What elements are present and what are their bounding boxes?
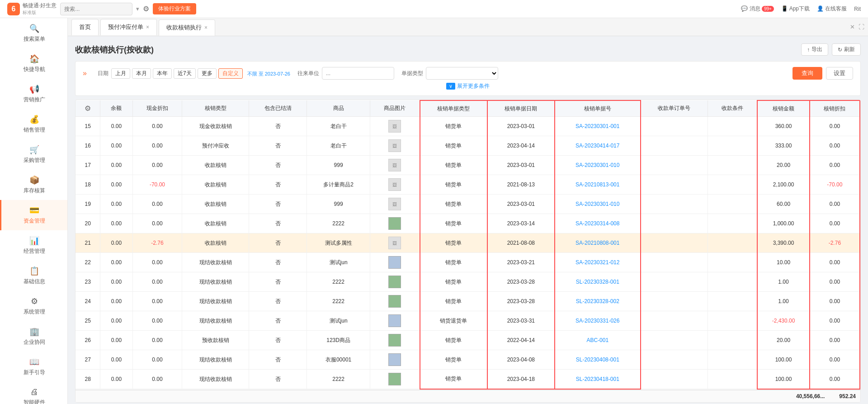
query-button[interactable]: 查询 [793,67,822,80]
cell-goods: 2222 [307,272,370,292]
cell-verify-discount: 0.00 [810,195,860,214]
verify-no-link[interactable]: SA-20230301-010 [576,201,619,207]
sidebar-label-purchase: 采购管理 [24,157,45,164]
cell-goods: 测试jun [307,253,370,272]
filter-expand-arrow[interactable]: » [83,69,87,77]
verify-no-link[interactable]: SA-20230321-012 [576,259,619,266]
sidebar-item-basic[interactable]: 📋基础信息 [0,261,67,291]
search-input[interactable] [60,3,132,15]
date-btn-custom[interactable]: 自定义 [218,68,243,79]
verify-no-link[interactable]: SL-20230418-001 [576,376,619,382]
sidebar-item-business[interactable]: 📊经营管理 [0,230,67,261]
dropdown-icon[interactable]: ▾ [136,5,139,12]
sidebar-item-guide[interactable]: 📖新手引导 [0,352,67,382]
cell-goods: 999 [307,195,370,214]
message-label: 消息 [750,5,760,12]
solution-button[interactable]: 体验行业方案 [153,3,196,14]
cell-cash-discount: 0.00 [132,331,182,350]
verify-no-link[interactable]: SA-20210813-001 [576,181,619,188]
cell-balance: 0.00 [100,272,132,292]
cell-receipt-order-no [641,331,708,350]
sidebar-item-sales[interactable]: 💰销售管理 [0,109,67,139]
app-download-btn[interactable]: 📱 App下载 [781,5,810,13]
cell-receipt-cond [708,136,757,156]
date-btn-7days[interactable]: 近7天 [174,68,196,79]
sidebar-item-finance[interactable]: 💳资金管理 [0,200,67,230]
cell-type: 收款核销 [182,175,249,195]
th-balance: 余额 [100,100,132,117]
cell-included: 否 [249,195,307,214]
refresh-button[interactable]: ↻ 刷新 [832,43,861,56]
verify-no-link[interactable]: SA-20210808-001 [576,240,619,246]
tab-close-prepay[interactable]: × [146,24,149,30]
verify-no-link[interactable]: SA-20230314-008 [576,220,619,227]
cell-verify-no: SA-20230331-026 [555,311,641,331]
sidebar-item-enterprise[interactable]: 🏢企业协同 [0,321,67,352]
sidebar-item-marketing[interactable]: 📢营销推广 [0,79,67,109]
cell-no: 16 [75,136,100,156]
tab-prepay[interactable]: 预付冲应付单× [100,19,157,35]
cell-receipt-order-no [641,311,708,331]
sidebar-item-shortcut[interactable]: 🏠快捷导航 [0,48,67,79]
doc-type-select[interactable] [426,67,498,80]
page-title: 收款核销执行(按收款) [75,44,154,55]
export-button[interactable]: ↑ 导出 [801,43,828,56]
cell-goods: 老白干 [307,117,370,136]
verify-no-link[interactable]: SL-20230408-001 [576,356,619,363]
expand-more-conditions[interactable]: ∨ 展开更多条件 [83,82,853,90]
cell-verify-amount: 360.00 [757,117,809,136]
cell-goods-img: 🖼 [370,233,420,253]
close-icon[interactable]: ✕ [850,24,855,30]
top-bar-left: 6 畅捷通·好生意 标准版 ▾ ⚙ 体验行业方案 [7,2,736,16]
tab-close-receipt[interactable]: × [204,24,208,31]
column-settings-btn[interactable]: ⚙ [85,104,91,113]
date-btn-this-month[interactable]: 本月 [132,68,151,79]
footer-discount-total: 952.24 [839,393,856,399]
sidebar-item-inventory[interactable]: 📦库存核算 [0,170,67,200]
cell-verify-no: SA-20230314-008 [555,214,641,233]
date-btn-this-year[interactable]: 本年 [153,68,172,79]
cell-receipt-cond [708,272,757,292]
cell-verify-date: 2023-03-28 [487,292,555,311]
cell-verify-date: 2023-03-28 [487,272,555,292]
cell-balance: 0.00 [100,175,132,195]
verify-no-link[interactable]: SL-20230328-002 [576,298,619,304]
sidebar-item-system[interactable]: ⚙系统管理 [0,291,67,321]
verify-no-link[interactable]: SA-20230301-010 [576,162,619,168]
cell-receipt-cond [708,331,757,350]
page-header: 收款核销执行(按收款) ↑ 导出 ↻ 刷新 [75,43,861,56]
cell-receipt-order-no [641,175,708,195]
online-service-btn[interactable]: 👤 在线客服 [817,5,847,13]
filter-settings-button[interactable]: 设置 [826,67,853,80]
verify-no-link[interactable]: SA-20230301-001 [576,123,619,129]
th-included: 包含已结清 [249,100,307,117]
date-buttons: 上月 本月 本年 近7天 更多 自定义 [111,68,243,79]
cell-goods-img [370,331,420,350]
cell-receipt-cond [708,292,757,311]
verify-no-link[interactable]: SA-20230414-017 [576,143,619,149]
tab-receipt[interactable]: 收款核销执行× [159,19,215,36]
verify-no-link[interactable]: ABC-001 [586,337,609,343]
cell-goods-img [370,272,420,292]
user-name: Rit [854,6,861,12]
verify-no-link[interactable]: SL-20230328-001 [576,279,619,285]
sidebar-item-search[interactable]: 🔍搜索菜单 [0,18,67,48]
cell-included: 否 [249,175,307,195]
message-btn[interactable]: 💬 消息 99+ [741,5,774,13]
expand-icon[interactable]: ⛶ [859,24,864,30]
sidebar-item-hardware[interactable]: 🖨智能硬件 [0,382,67,404]
cell-goods-img: 🖼 [370,117,420,136]
sidebar-item-purchase[interactable]: 🛒采购管理 [0,139,67,170]
date-btn-last-month[interactable]: 上月 [111,68,130,79]
cell-receipt-order-no [641,156,708,175]
settings-icon[interactable]: ⚙ [143,5,149,13]
sidebar-label-enterprise: 企业协同 [24,338,45,346]
partner-input[interactable] [322,67,394,80]
verify-no-link[interactable]: SA-20230331-026 [576,318,619,324]
date-btn-more[interactable]: 更多 [198,68,217,79]
tab-home[interactable]: 首页 [71,19,99,35]
sidebar-label-finance: 资金管理 [24,217,45,225]
partner-label: 往来单位 [297,70,319,77]
cell-verify-discount: 0.00 [810,136,860,156]
cell-verify-no: SL-20230408-001 [555,350,641,370]
